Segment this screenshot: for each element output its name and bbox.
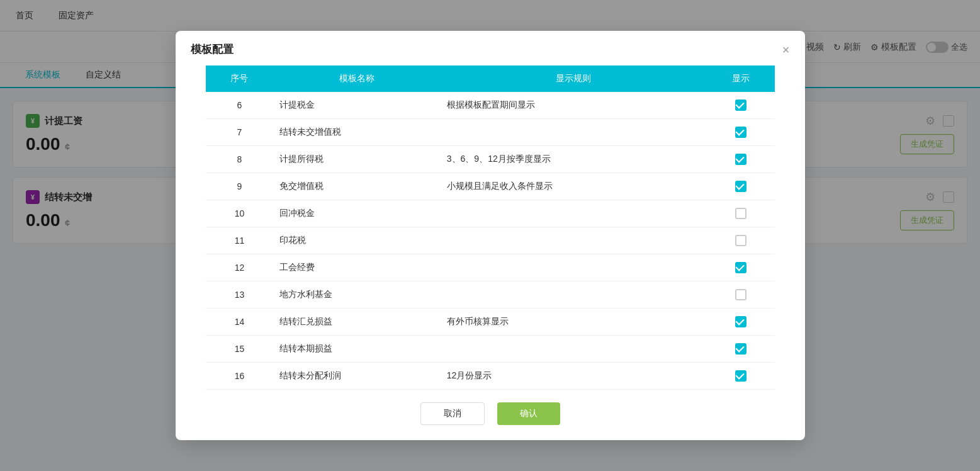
checkbox-checked-1[interactable] [735,127,746,138]
cell-rule-1 [441,119,707,146]
cell-seq-6: 12 [206,254,274,281]
cell-check-10 [707,363,775,390]
cell-rule-4 [441,200,707,227]
table-row: 10回冲税金 [206,200,775,227]
cell-check-0 [707,92,775,119]
cell-rule-9 [441,336,707,363]
cell-name-10: 结转未分配利润 [273,363,440,390]
table-row: 13地方水利基金 [206,281,775,309]
cell-rule-8: 有外币核算显示 [441,309,707,336]
modal-overlay: 模板配置 × 序号 模板名称 显示规则 显示 6计提税金根据模板配置期间显示7结… [0,0,980,471]
dialog-title: 模板配置 [191,42,234,57]
cell-check-3 [707,173,775,200]
cell-rule-10: 12月份显示 [441,363,707,390]
cell-seq-2: 8 [206,146,274,173]
cell-rule-6 [441,254,707,281]
cell-name-5: 印花税 [273,227,440,254]
col-header-seq: 序号 [206,65,274,92]
checkbox-checked-2[interactable] [735,154,746,165]
dialog-header: 模板配置 × [176,31,805,65]
cell-check-8 [707,309,775,336]
cell-seq-10: 16 [206,363,274,390]
checkbox-checked-9[interactable] [735,343,746,355]
cell-check-6 [707,254,775,281]
cell-seq-5: 11 [206,227,274,254]
table-row: 16结转未分配利润12月份显示 [206,363,775,390]
checkbox-checked-3[interactable] [735,181,746,192]
cell-name-8: 结转汇兑损益 [273,309,440,336]
cell-seq-7: 13 [206,281,274,309]
checkbox-unchecked-5[interactable] [735,235,746,246]
table-row: 11印花税 [206,227,775,254]
cell-seq-4: 10 [206,200,274,227]
checkbox-checked-10[interactable] [735,370,746,382]
cell-check-9 [707,336,775,363]
col-header-display: 显示 [707,65,775,92]
template-config-dialog: 模板配置 × 序号 模板名称 显示规则 显示 6计提税金根据模板配置期间显示7结… [176,31,805,440]
cell-name-3: 免交增值税 [273,173,440,200]
table-row: 12工会经费 [206,254,775,281]
cell-rule-7 [441,281,707,309]
cell-rule-5 [441,227,707,254]
table-row: 7结转未交增值税 [206,119,775,146]
cell-seq-0: 6 [206,92,274,119]
cancel-button[interactable]: 取消 [420,402,485,425]
cell-name-2: 计提所得税 [273,146,440,173]
table-body: 6计提税金根据模板配置期间显示7结转未交增值税8计提所得税3、6、9、12月按季… [206,92,775,390]
dialog-table-wrapper: 序号 模板名称 显示规则 显示 6计提税金根据模板配置期间显示7结转未交增值税8… [176,65,805,390]
cell-check-2 [707,146,775,173]
checkbox-checked-8[interactable] [735,316,746,327]
dialog-footer: 取消 确认 [176,390,805,440]
cell-seq-8: 14 [206,309,274,336]
confirm-button[interactable]: 确认 [497,402,560,425]
table-row: 8计提所得税3、6、9、12月按季度显示 [206,146,775,173]
col-header-rule: 显示规则 [441,65,707,92]
table-row: 15结转本期损益 [206,336,775,363]
table-row: 9免交增值税小规模且满足收入条件显示 [206,173,775,200]
table-header-row: 序号 模板名称 显示规则 显示 [206,65,775,92]
cell-seq-3: 9 [206,173,274,200]
cell-seq-1: 7 [206,119,274,146]
cell-check-4 [707,200,775,227]
cell-rule-3: 小规模且满足收入条件显示 [441,173,707,200]
cell-check-5 [707,227,775,254]
table-row: 14结转汇兑损益有外币核算显示 [206,309,775,336]
config-table: 序号 模板名称 显示规则 显示 6计提税金根据模板配置期间显示7结转未交增值税8… [206,65,775,390]
cell-name-7: 地方水利基金 [273,281,440,309]
checkbox-checked-0[interactable] [735,99,746,111]
cell-check-7 [707,281,775,309]
cell-name-1: 结转未交增值税 [273,119,440,146]
cell-check-1 [707,119,775,146]
cell-rule-0: 根据模板配置期间显示 [441,92,707,119]
cell-seq-9: 15 [206,336,274,363]
cell-name-4: 回冲税金 [273,200,440,227]
cell-name-0: 计提税金 [273,92,440,119]
cell-rule-2: 3、6、9、12月按季度显示 [441,146,707,173]
checkbox-checked-6[interactable] [735,262,746,273]
cell-name-9: 结转本期损益 [273,336,440,363]
table-row: 6计提税金根据模板配置期间显示 [206,92,775,119]
col-header-name: 模板名称 [273,65,440,92]
checkbox-unchecked-7[interactable] [735,289,746,300]
cell-name-6: 工会经费 [273,254,440,281]
checkbox-unchecked-4[interactable] [735,208,746,219]
dialog-close-button[interactable]: × [782,43,790,56]
